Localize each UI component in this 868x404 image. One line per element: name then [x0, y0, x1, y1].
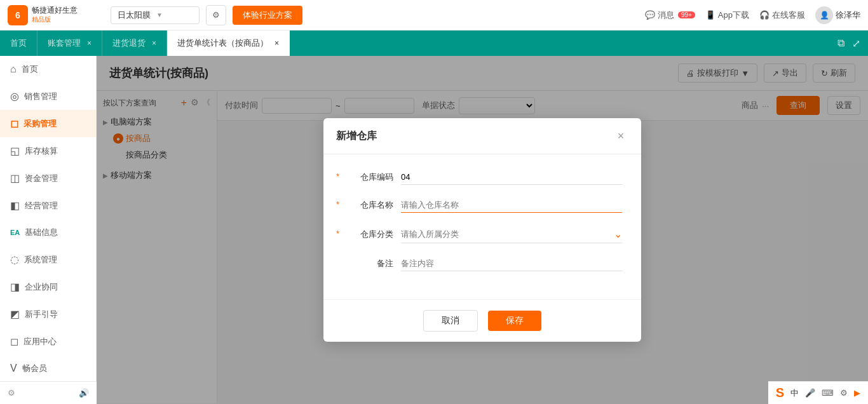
sidebar-item-app-center-label: 应用中心: [24, 336, 57, 347]
category-label: 仓库分类: [342, 229, 393, 240]
inventory-icon: ◱: [10, 145, 20, 157]
sidebar: ⌂ 首页 ◎ 销售管理 ◻ 采购管理 ◱ 库存核算 ◫ 资金管理 ◧ 经营管理 …: [0, 56, 97, 404]
code-input[interactable]: [401, 170, 622, 185]
avatar: 👤: [815, 6, 833, 24]
modal-body: 仓库编码 仓库名称 仓库分类 ⌄: [323, 154, 641, 299]
sidebar-item-member-label: 畅会员: [22, 363, 47, 374]
tab-home-label: 首页: [10, 37, 27, 49]
sidebar-item-home[interactable]: ⌂ 首页: [0, 56, 96, 83]
tab-purchase-return-label: 进货退货: [112, 37, 146, 49]
sidebar-item-system[interactable]: ◌ 系统管理: [0, 246, 96, 273]
headset-icon: 🎧: [759, 10, 770, 20]
modal-header: 新增仓库 ×: [323, 118, 641, 154]
modal-footer: 取消 保存: [323, 299, 641, 342]
store-name: 日太阳膜: [118, 10, 154, 21]
flag-icon: ▶: [854, 388, 860, 398]
user-name: 徐泽华: [836, 10, 860, 21]
category-select-wrapper[interactable]: ⌄: [401, 226, 622, 243]
category-field-row: 仓库分类 ⌄: [342, 226, 622, 243]
sales-icon: ◎: [10, 90, 19, 102]
add-warehouse-modal: 新增仓库 × 仓库编码 仓库名称 仓库: [323, 118, 641, 342]
sidebar-item-operations-label: 经营管理: [25, 200, 58, 212]
mic-icon[interactable]: 🎤: [805, 388, 815, 398]
logo-name: 畅捷通好生意: [32, 6, 78, 16]
name-input[interactable]: [401, 198, 622, 213]
logo-area: 6 畅捷通好生意 精品版: [8, 5, 104, 25]
settings-icon-bottom[interactable]: ⚙: [840, 388, 848, 398]
message-label: 消息: [658, 10, 674, 21]
basic-icon: EA: [10, 229, 20, 236]
sidebar-item-member[interactable]: V 畅会员: [0, 355, 96, 382]
sidebar-item-guide[interactable]: ◩ 新手引导: [0, 300, 96, 328]
tab-purchase-stat[interactable]: 进货单统计表（按商品） ×: [167, 30, 290, 56]
logo-sub: 精品版: [32, 15, 78, 24]
code-field-row: 仓库编码: [342, 170, 622, 185]
finance-icon: ◫: [10, 172, 20, 184]
note-label: 备注: [342, 258, 393, 269]
modal-title: 新增仓库: [336, 130, 377, 143]
gear-icon: ⚙: [212, 10, 220, 20]
settings-bottom-icon[interactable]: ⚙: [8, 388, 15, 398]
member-icon: V: [10, 363, 17, 374]
speaker-icon[interactable]: 🔊: [79, 388, 89, 398]
sidebar-item-enterprise-label: 企业协同: [25, 281, 58, 293]
purchase-icon: ◻: [10, 118, 18, 130]
name-field-row: 仓库名称: [342, 198, 622, 213]
main-layout: ⌂ 首页 ◎ 销售管理 ◻ 采购管理 ◱ 库存核算 ◫ 资金管理 ◧ 经营管理 …: [0, 56, 868, 404]
tab-purchase-stat-label: 进货单统计表（按商品）: [177, 37, 268, 49]
category-input[interactable]: [401, 229, 614, 239]
sidebar-item-sales[interactable]: ◎ 销售管理: [0, 83, 96, 110]
name-label: 仓库名称: [342, 199, 393, 211]
settings-button[interactable]: ⚙: [206, 5, 226, 25]
system-icon: ◌: [10, 253, 19, 266]
sidebar-item-system-label: 系统管理: [24, 254, 57, 266]
tab-expand-icon[interactable]: ⤢: [850, 37, 863, 50]
sidebar-item-operations[interactable]: ◧ 经营管理: [0, 192, 96, 219]
tab-restore-icon[interactable]: ⧉: [835, 37, 847, 49]
tab-account-close-icon[interactable]: ×: [87, 39, 92, 48]
tab-home[interactable]: 首页: [0, 30, 37, 56]
message-badge: 99+: [678, 11, 695, 18]
sidebar-item-finance-label: 资金管理: [25, 173, 58, 184]
sidebar-item-app-center[interactable]: ◻ 应用中心: [0, 328, 96, 355]
note-field-row: 备注: [342, 256, 622, 271]
dropdown-arrow-icon: ▼: [156, 11, 193, 18]
message-button[interactable]: 💬 消息 99+: [645, 10, 695, 21]
category-dropdown-icon: ⌄: [614, 228, 622, 240]
sidebar-bottom: ⚙ 🔊: [0, 381, 97, 404]
operations-icon: ◧: [10, 199, 20, 212]
top-header: 6 畅捷通好生意 精品版 日太阳膜 ▼ ⚙ 体验行业方案 💬 消息 99+ 📱 …: [0, 0, 868, 30]
mobile-icon: 📱: [705, 10, 715, 20]
save-button[interactable]: 保存: [488, 311, 541, 331]
sidebar-item-purchase[interactable]: ◻ 采购管理: [0, 110, 96, 137]
keyboard-icon[interactable]: ⌨: [822, 388, 834, 398]
tab-purchase-return-close-icon[interactable]: ×: [152, 39, 156, 48]
note-input[interactable]: [401, 256, 622, 271]
store-selector[interactable]: 日太阳膜 ▼: [111, 6, 200, 24]
tab-purchase-stat-close-icon[interactable]: ×: [275, 39, 279, 48]
sidebar-item-finance[interactable]: ◫ 资金管理: [0, 165, 96, 192]
sidebar-item-inventory[interactable]: ◱ 库存核算: [0, 137, 96, 165]
header-right: 💬 消息 99+ 📱 App下载 🎧 在线客服 👤 徐泽华: [645, 6, 860, 24]
online-service-button[interactable]: 🎧 在线客服: [759, 10, 805, 21]
cancel-button[interactable]: 取消: [423, 310, 478, 332]
online-service-label: 在线客服: [772, 10, 805, 21]
sidebar-item-enterprise[interactable]: ◨ 企业协同: [0, 273, 96, 300]
home-icon: ⌂: [10, 64, 17, 75]
brand-cn-label: 中: [790, 387, 799, 399]
sidebar-item-purchase-label: 采购管理: [24, 118, 57, 130]
tab-account[interactable]: 账套管理 ×: [37, 30, 102, 56]
sidebar-item-home-label: 首页: [22, 64, 38, 75]
sidebar-item-guide-label: 新手引导: [25, 309, 58, 320]
guide-icon: ◩: [10, 308, 20, 320]
tab-purchase-return[interactable]: 进货退货 ×: [102, 30, 167, 56]
sidebar-item-basic[interactable]: EA 基础信息: [0, 219, 96, 246]
user-info[interactable]: 👤 徐泽华: [815, 6, 860, 24]
app-download-button[interactable]: 📱 App下载: [705, 10, 749, 21]
logo-icon: 6: [8, 5, 28, 25]
sidebar-item-inventory-label: 库存核算: [25, 145, 58, 157]
trial-button[interactable]: 体验行业方案: [233, 6, 302, 25]
modal-close-button[interactable]: ×: [613, 128, 628, 144]
bottom-brand-bar: S 中 🎤 ⌨ ⚙ ▶: [768, 381, 868, 404]
tab-controls: ⧉ ⤢: [830, 30, 868, 56]
